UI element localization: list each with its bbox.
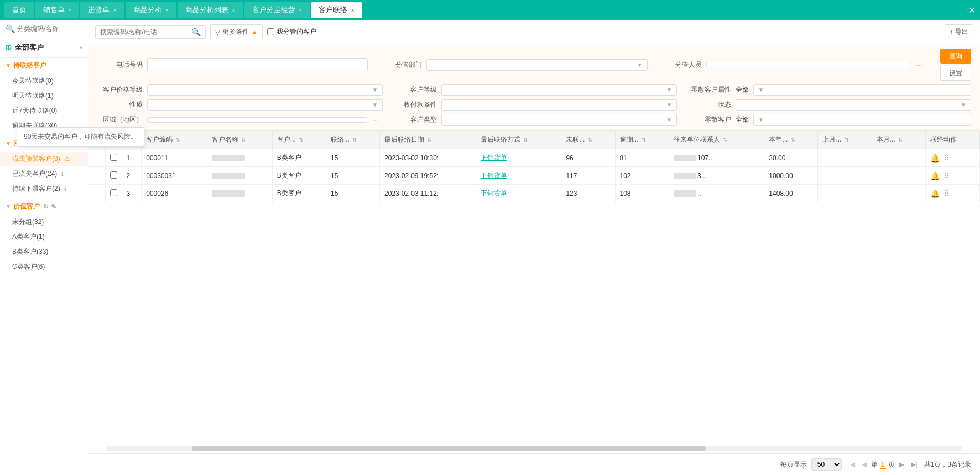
sidebar-section-pending[interactable]: ▼ 待联络客户 (0, 58, 88, 74)
sidebar-item-c-class[interactable]: C类客户(6) (0, 259, 88, 274)
filter-status-select[interactable]: ▼ (736, 99, 971, 111)
tab-home[interactable]: 首页 (4, 2, 34, 18)
grid-icon: ⊞ (6, 44, 12, 52)
filter-zero-customer-select[interactable]: ▼ (753, 114, 971, 126)
row-checkbox[interactable] (110, 154, 117, 161)
col-this-year[interactable]: 本年... ⇅ (764, 131, 818, 149)
horizontal-scrollbar[interactable] (106, 446, 962, 451)
col-last-contact-date[interactable]: 最后联络日期 ⇅ (380, 131, 476, 149)
tab-sales-close[interactable]: × (68, 7, 71, 13)
row-checkbox[interactable] (110, 171, 117, 179)
col-name[interactable]: 客户名称 ⇅ (207, 131, 272, 149)
col-last-month[interactable]: 上月... ⇅ (818, 131, 872, 149)
prev-page-btn[interactable]: ◀ (859, 460, 869, 469)
col-code[interactable]: 客户编码 ⇅ (142, 131, 207, 149)
tab-customer-contact[interactable]: 客户联络 × (311, 2, 362, 18)
action-contact-icon[interactable]: 🔔 (930, 154, 940, 163)
sidebar-item-today-pending[interactable]: 今天待联络(0) (0, 74, 88, 88)
filter-staff-more[interactable]: ··· (911, 60, 927, 69)
search-input[interactable] (100, 28, 189, 36)
filter-phone-input[interactable] (147, 58, 368, 71)
col-customer-type[interactable]: 客户... ⇅ (272, 131, 326, 149)
filter-icon: ▽ (215, 28, 220, 36)
tab-customer-tier-label: 客户分层经营 (252, 5, 295, 15)
arrow-icon-review: ▼ (6, 140, 11, 147)
action-more-icon[interactable]: ⠿ (944, 189, 950, 198)
refresh-icon-value[interactable]: ↻ (43, 203, 49, 211)
sidebar-section-value[interactable]: ▼ 价值客户 ↻ ✎ (0, 199, 88, 215)
tab-bar-close-button[interactable]: ✕ (968, 5, 976, 15)
col-contact-count[interactable]: 联络... ⇅ (326, 131, 379, 149)
filter-customer-grade-select[interactable]: ▼ (441, 84, 677, 96)
filter-dept-select[interactable]: ▼ (426, 59, 647, 71)
search-submit-icon[interactable]: 🔍 (191, 28, 201, 36)
row-last-contact-method[interactable]: 下销货单 (476, 185, 561, 202)
row-last-contact-method[interactable]: 下销货单 (476, 167, 561, 185)
filter-price-grade-select[interactable]: ▼ (147, 84, 383, 96)
sidebar-item-churn-warning[interactable]: 流失预警客户(3) ⚠ (0, 152, 88, 166)
filter-region-more[interactable]: ··· (367, 116, 383, 124)
row-last-contact-date: 2023-03-02 10:30: (380, 149, 476, 167)
filter-payment-select[interactable]: ▼ (441, 99, 677, 111)
sidebar-item-7days-pending[interactable]: 近7天待联络(0) (0, 103, 88, 118)
row-last-contact-method[interactable]: 下销货单 (476, 149, 561, 167)
tab-analysis-list-close[interactable]: × (232, 7, 235, 13)
action-contact-icon[interactable]: 🔔 (930, 171, 940, 180)
export-label: 导出 (955, 27, 968, 36)
action-more-icon[interactable]: ⠿ (944, 171, 950, 180)
row-checkbox[interactable] (110, 189, 117, 196)
tab-analysis-close[interactable]: × (165, 7, 169, 13)
col-overdue[interactable]: 逾期... ⇅ (615, 131, 669, 149)
tab-customer-tier[interactable]: 客户分层经营 × (244, 2, 310, 18)
last-page-btn[interactable]: ▶| (909, 460, 920, 469)
sidebar-all-customers[interactable]: ⊞ 全部客户 « (0, 38, 88, 58)
row-overdue: 81 (615, 149, 669, 167)
export-btn[interactable]: ↑ 导出 (945, 24, 973, 39)
col-this-month[interactable]: 本月... ⇅ (872, 131, 925, 149)
tab-sales[interactable]: 销售单 × (35, 2, 79, 18)
filter-staff-select[interactable] (706, 62, 912, 67)
sidebar-item-a-class[interactable]: A类客户(1) (0, 229, 88, 244)
sidebar-item-churned[interactable]: 已流失客户(24) ℹ (0, 166, 88, 181)
query-btn[interactable]: 查询 (940, 49, 971, 64)
horizontal-scrollbar-area[interactable] (88, 443, 980, 453)
row-settings (88, 185, 105, 202)
filter-zero-attr-select[interactable]: ▼ (753, 84, 971, 96)
sidebar-item-b-class[interactable]: B类客户(33) (0, 244, 88, 259)
info-icon2: ℹ (64, 186, 66, 192)
tab-purchase-close[interactable]: × (113, 7, 116, 13)
my-customer-checkbox[interactable] (267, 28, 274, 35)
per-page-select[interactable]: 50 100 (811, 458, 842, 471)
more-conditions-btn[interactable]: ▽ 更多条件 ▲ (210, 24, 263, 39)
filter-nature-select[interactable]: ▼ (147, 99, 383, 111)
first-page-btn[interactable]: |◀ (846, 460, 857, 469)
tab-purchase[interactable]: 进货单 × (80, 2, 124, 18)
my-customer-checkbox-wrap[interactable]: 我分管的客户 (267, 27, 316, 36)
next-page-btn[interactable]: ▶ (897, 460, 906, 469)
content-area: 🔍 ▽ 更多条件 ▲ 我分管的客户 ↑ 导出 电话号码 (88, 20, 980, 475)
all-customers-label: 全部客户 (15, 43, 44, 53)
col-uncontacted[interactable]: 未联... ⇅ (561, 131, 615, 149)
sidebar-search-area: 🔍 (0, 20, 88, 38)
col-contact-person[interactable]: 往来单位联系人 ⇅ (669, 131, 764, 149)
sidebar-search-input[interactable] (17, 25, 82, 33)
sidebar-item-unclassified[interactable]: 未分组(32) (0, 215, 88, 229)
sidebar-item-tomorrow-pending[interactable]: 明天待联络(1) (0, 88, 88, 103)
edit-icon-value[interactable]: ✎ (51, 203, 56, 211)
filter-region-select[interactable] (147, 117, 367, 123)
tab-customer-contact-close[interactable]: × (351, 7, 354, 13)
settings-btn[interactable]: 设置 (940, 66, 971, 81)
row-customer-type: B类客户 (272, 185, 326, 202)
tab-customer-tier-close[interactable]: × (299, 7, 302, 13)
filter-customer-type-select[interactable]: ▼ (441, 114, 677, 126)
scrollbar-thumb (192, 446, 706, 451)
page-unit: 页 (888, 460, 895, 469)
col-last-contact-method[interactable]: 最后联络方式 ⇅ (476, 131, 561, 149)
sidebar-item-declining[interactable]: 持续下滑客户(2) ℹ (0, 181, 88, 196)
tab-analysis[interactable]: 商品分析 × (126, 2, 176, 18)
tab-analysis-list[interactable]: 商品分析列表 × (178, 2, 243, 18)
row-index: 2 (122, 167, 142, 185)
action-contact-icon[interactable]: 🔔 (930, 189, 940, 198)
action-more-icon[interactable]: ⠿ (944, 154, 950, 163)
row-this-year: 30.00 (764, 149, 818, 167)
